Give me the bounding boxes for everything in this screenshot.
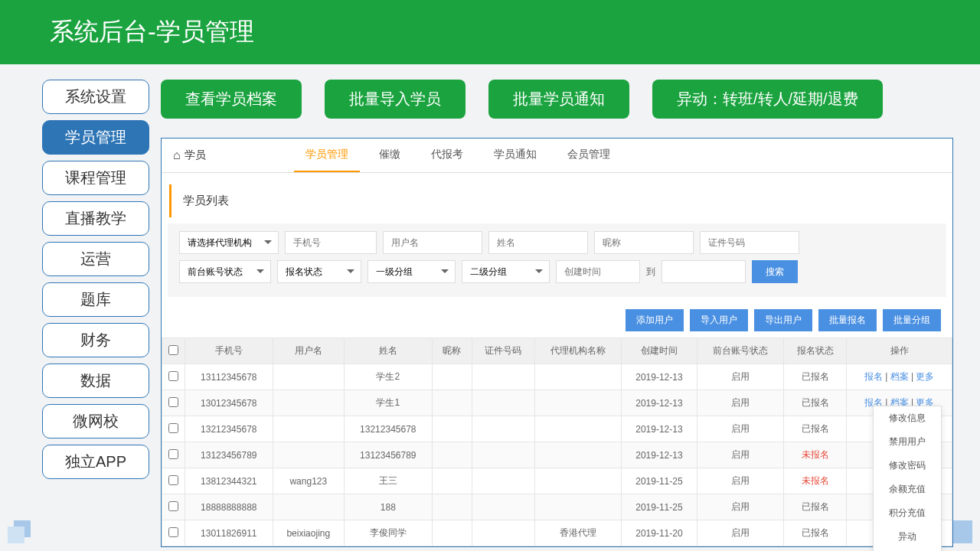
bulk-action-3[interactable]: 批量报名 xyxy=(818,309,877,331)
student-table: 手机号用户名姓名昵称证件号码代理机构名称创建时间前台账号状态报名状态操作 131… xyxy=(162,337,952,546)
page-header: 系统后台-学员管理 xyxy=(0,0,980,64)
dropdown-item-4[interactable]: 积分充值 xyxy=(874,501,941,525)
group2-select[interactable]: 二级分组 xyxy=(462,260,550,283)
panel-tabs: 学员管理催缴代报考学员通知会员管理 xyxy=(294,139,622,172)
col-header-5: 证件号码 xyxy=(472,338,534,364)
col-header-2: 用户名 xyxy=(273,338,344,364)
top-action-3[interactable]: 异动：转班/转人/延期/退费 xyxy=(652,80,883,119)
top-action-0[interactable]: 查看学员档案 xyxy=(161,80,302,119)
sidebar-item-2[interactable]: 课程管理 xyxy=(42,161,149,195)
create-time-to[interactable] xyxy=(662,260,746,283)
tab-0[interactable]: 学员管理 xyxy=(294,139,360,172)
bulk-action-0[interactable]: 添加用户 xyxy=(626,309,684,331)
sidebar-item-5[interactable]: 题库 xyxy=(42,282,149,317)
bulk-action-4[interactable]: 批量分组 xyxy=(883,309,941,331)
tab-4[interactable]: 会员管理 xyxy=(556,139,622,172)
sidebar: 系统设置学员管理课程管理直播教学运营题库财务数据微网校独立APP xyxy=(42,80,149,547)
sidebar-item-4[interactable]: 运营 xyxy=(42,242,149,276)
agency-select[interactable]: 请选择代理机构 xyxy=(179,231,279,254)
sidebar-item-1[interactable]: 学员管理 xyxy=(42,120,149,155)
panel-breadcrumb: 学员 xyxy=(173,139,217,171)
username-input[interactable] xyxy=(383,231,482,254)
row-checkbox[interactable] xyxy=(168,527,178,537)
sidebar-item-6[interactable]: 财务 xyxy=(42,323,149,357)
row-checkbox[interactable] xyxy=(168,423,178,433)
col-header-4: 昵称 xyxy=(432,338,472,364)
main-panel: 学员 学员管理催缴代报考学员通知会员管理 学员列表 请选择代理机构 前台账号状态 xyxy=(161,138,953,547)
table-row: 188888888881882019-11-25启用已报名 xyxy=(162,494,952,520)
sidebar-item-0[interactable]: 系统设置 xyxy=(42,80,149,114)
sidebar-item-8[interactable]: 微网校 xyxy=(42,404,149,439)
search-button[interactable]: 搜索 xyxy=(752,260,798,283)
table-row: 13011826911beixiaojing李俊同学香港代理2019-11-20… xyxy=(162,520,952,546)
dropdown-item-2[interactable]: 修改密码 xyxy=(874,454,941,478)
home-icon xyxy=(173,148,181,162)
name-input[interactable] xyxy=(488,231,588,254)
group1-select[interactable]: 一级分组 xyxy=(368,260,456,283)
page-title: 系统后台-学员管理 xyxy=(50,18,254,45)
nickname-input[interactable] xyxy=(594,231,694,254)
dropdown-item-1[interactable]: 禁用用户 xyxy=(874,430,941,454)
tab-3[interactable]: 学员通知 xyxy=(482,139,548,172)
row-action-more[interactable]: 更多 xyxy=(916,371,934,382)
row-checkbox[interactable] xyxy=(168,501,178,511)
col-header-3: 姓名 xyxy=(345,338,433,364)
dropdown-item-3[interactable]: 余额充值 xyxy=(874,478,941,501)
col-header-8: 前台账号状态 xyxy=(697,338,784,364)
row-checkbox[interactable] xyxy=(168,449,178,459)
table-row: 13112345678学生22019-12-13启用已报名报名 | 档案 | 更… xyxy=(162,364,952,390)
table-row: 13123456789131234567892019-12-13启用未报名 xyxy=(162,442,952,468)
list-title: 学员列表 xyxy=(169,184,945,217)
sidebar-item-3[interactable]: 直播教学 xyxy=(42,201,149,236)
col-header-7: 创建时间 xyxy=(621,338,697,364)
more-dropdown: 修改信息禁用用户修改密码余额充值积分充值异动约课 xyxy=(873,406,942,551)
bulk-action-2[interactable]: 导出用户 xyxy=(754,309,812,331)
col-header-9: 报名状态 xyxy=(783,338,846,364)
idcard-input[interactable] xyxy=(700,231,799,254)
sidebar-item-7[interactable]: 数据 xyxy=(42,364,149,398)
front-status-select[interactable]: 前台账号状态 xyxy=(179,260,271,283)
row-action-archive[interactable]: 档案 xyxy=(890,371,909,382)
enroll-status-select[interactable]: 报名状态 xyxy=(277,260,361,283)
phone-input[interactable] xyxy=(285,231,377,254)
col-header-10: 操作 xyxy=(847,338,952,364)
sidebar-item-9[interactable]: 独立APP xyxy=(42,445,149,479)
table-row: 13012345678学生12019-12-13启用已报名报名 | 档案 | 更… xyxy=(162,390,952,416)
dropdown-item-0[interactable]: 修改信息 xyxy=(874,406,941,430)
decoration-bottom-left xyxy=(8,520,31,543)
col-header-1: 手机号 xyxy=(185,338,273,364)
row-checkbox[interactable] xyxy=(168,397,178,407)
row-checkbox[interactable] xyxy=(168,371,178,381)
filter-bar: 请选择代理机构 前台账号状态 报名状态 一级分组 二级分组 到 搜索 xyxy=(168,223,946,297)
table-row: 13212345678132123456782019-12-13启用已报名 xyxy=(162,416,952,442)
dropdown-item-5[interactable]: 异动 xyxy=(874,525,941,549)
top-actions: 查看学员档案批量导入学员批量学员通知异动：转班/转人/延期/退费 xyxy=(161,80,953,119)
bulk-actions: 添加用户导入用户导出用户批量报名批量分组 xyxy=(162,303,952,337)
tab-1[interactable]: 催缴 xyxy=(368,139,412,172)
col-header-6: 代理机构名称 xyxy=(534,338,621,364)
to-label: 到 xyxy=(646,266,655,279)
row-checkbox[interactable] xyxy=(168,475,178,485)
top-action-2[interactable]: 批量学员通知 xyxy=(488,80,629,119)
tab-2[interactable]: 代报考 xyxy=(420,139,475,172)
col-header-0 xyxy=(162,338,185,364)
select-all-checkbox[interactable] xyxy=(168,345,178,355)
create-time-from[interactable] xyxy=(556,260,640,283)
bulk-action-1[interactable]: 导入用户 xyxy=(690,309,748,331)
top-action-1[interactable]: 批量导入学员 xyxy=(325,80,466,119)
row-action-enroll[interactable]: 报名 xyxy=(864,371,883,382)
table-row: 13812344321wang123王三2019-11-25启用未报名 xyxy=(162,468,952,494)
